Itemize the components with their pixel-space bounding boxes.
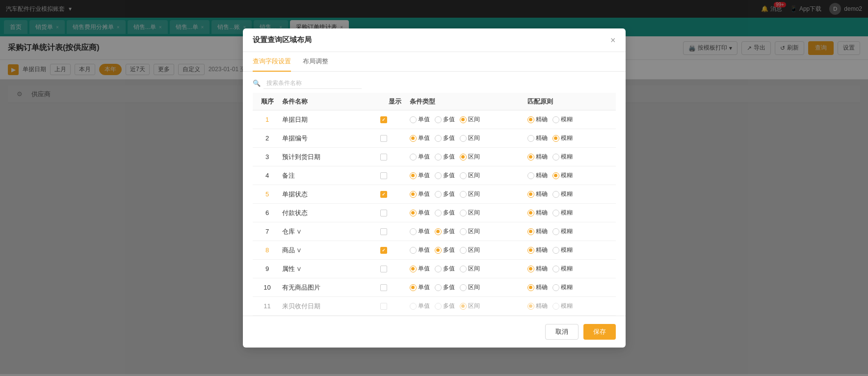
type-single[interactable]: 单值: [410, 283, 430, 292]
row-display-checkbox[interactable]: ✓: [380, 247, 410, 254]
match-exact[interactable]: 精确: [527, 190, 548, 198]
search-icon: 🔍: [253, 80, 261, 87]
match-fuzzy[interactable]: 模糊: [552, 283, 573, 292]
table-row: 10 有无商品图片 单值 多值 区间 精确 模糊: [253, 278, 616, 297]
col-order-header: 顺序: [253, 97, 282, 106]
match-fuzzy[interactable]: 模糊: [552, 190, 573, 198]
type-single[interactable]: 单值: [410, 134, 430, 142]
match-fuzzy[interactable]: 模糊: [552, 227, 573, 236]
type-single[interactable]: 单值: [410, 265, 430, 273]
match-exact[interactable]: 精确: [527, 171, 548, 180]
row-display-checkbox[interactable]: [380, 228, 410, 235]
match-exact[interactable]: 精确: [527, 153, 548, 161]
row-display-checkbox[interactable]: ✓: [380, 116, 410, 123]
row-match-group: 精确 模糊: [527, 171, 626, 180]
match-fuzzy[interactable]: 模糊: [552, 265, 573, 273]
match-fuzzy[interactable]: 模糊: [552, 302, 573, 310]
row-type-group: 单值 多值 区间: [410, 283, 527, 292]
type-range[interactable]: 区间: [460, 227, 480, 236]
table-row: 6 付款状态 单值 多值 区间 精确 模糊: [253, 204, 616, 222]
type-range[interactable]: 区间: [460, 115, 480, 124]
type-multi[interactable]: 多值: [435, 209, 455, 217]
type-range[interactable]: 区间: [460, 171, 480, 180]
row-order: 7: [253, 228, 282, 235]
type-single[interactable]: 单值: [410, 227, 430, 236]
type-multi[interactable]: 多值: [435, 153, 455, 161]
row-order: 9: [253, 265, 282, 272]
search-input[interactable]: [263, 78, 362, 89]
table-row: 4 备注 单值 多值 区间 精确 模糊: [253, 166, 616, 185]
modal-title: 设置查询区域布局: [253, 35, 312, 45]
table-row: 7 仓库 ∨ 单值 多值 区间 精确 模糊: [253, 222, 616, 241]
row-display-checkbox[interactable]: [380, 154, 410, 161]
type-single[interactable]: 单值: [410, 246, 430, 254]
table-row: 5 单据状态 ✓ 单值 多值 区间 精确 模糊: [253, 185, 616, 204]
type-single[interactable]: 单值: [410, 153, 430, 161]
match-fuzzy[interactable]: 模糊: [552, 115, 573, 124]
type-range[interactable]: 区间: [460, 190, 480, 198]
table-row: 1 单据日期 ✓ 单值 多值 区间 精确 模糊: [253, 110, 616, 129]
row-match-group: 精确 模糊: [527, 246, 626, 254]
row-display-checkbox[interactable]: [380, 266, 410, 272]
type-multi[interactable]: 多值: [435, 134, 455, 142]
row-display-checkbox[interactable]: ✓: [380, 191, 410, 198]
row-order: 1: [253, 116, 282, 123]
type-multi[interactable]: 多值: [435, 115, 455, 124]
match-exact[interactable]: 精确: [527, 227, 548, 236]
type-multi[interactable]: 多值: [435, 171, 455, 180]
save-button[interactable]: 保存: [583, 324, 616, 340]
modal-header: 设置查询区域布局 ×: [243, 28, 626, 52]
type-range[interactable]: 区间: [460, 283, 480, 292]
match-fuzzy[interactable]: 模糊: [552, 209, 573, 217]
type-single[interactable]: 单值: [410, 171, 430, 180]
row-order: 8: [253, 246, 282, 254]
match-exact[interactable]: 精确: [527, 134, 548, 142]
match-fuzzy[interactable]: 模糊: [552, 153, 573, 161]
type-multi[interactable]: 多值: [435, 227, 455, 236]
type-single[interactable]: 单值: [410, 190, 430, 198]
row-display-checkbox[interactable]: [380, 135, 410, 142]
match-fuzzy[interactable]: 模糊: [552, 134, 573, 142]
row-type-group: 单值 多值 区间: [410, 227, 527, 236]
row-name: 付款状态: [282, 209, 380, 217]
row-name: 商品 ∨: [282, 246, 380, 255]
row-display-checkbox[interactable]: [380, 172, 410, 179]
type-range[interactable]: 区间: [460, 302, 480, 310]
type-range[interactable]: 区间: [460, 265, 480, 273]
modal-close-button[interactable]: ×: [610, 36, 616, 45]
type-multi[interactable]: 多值: [435, 190, 455, 198]
type-multi[interactable]: 多值: [435, 283, 455, 292]
row-name: 单据编号: [282, 134, 380, 143]
row-name: 单据日期: [282, 115, 380, 124]
type-range[interactable]: 区间: [460, 209, 480, 217]
row-display-checkbox[interactable]: [380, 210, 410, 216]
row-match-group: 精确 模糊: [527, 153, 626, 161]
row-display-checkbox[interactable]: [380, 303, 410, 310]
type-multi[interactable]: 多值: [435, 246, 455, 254]
modal-tab-layout[interactable]: 布局调整: [303, 52, 328, 72]
type-multi[interactable]: 多值: [435, 302, 455, 310]
match-fuzzy[interactable]: 模糊: [552, 246, 573, 254]
match-exact[interactable]: 精确: [527, 115, 548, 124]
type-single[interactable]: 单值: [410, 302, 430, 310]
row-order: 4: [253, 172, 282, 179]
match-exact[interactable]: 精确: [527, 209, 548, 217]
type-range[interactable]: 区间: [460, 134, 480, 142]
match-exact[interactable]: 精确: [527, 302, 548, 310]
type-single[interactable]: 单值: [410, 209, 430, 217]
type-range[interactable]: 区间: [460, 153, 480, 161]
modal-tab-query-fields[interactable]: 查询字段设置: [253, 52, 291, 72]
cancel-button[interactable]: 取消: [545, 324, 579, 340]
row-type-group: 单值 多值 区间: [410, 134, 527, 142]
type-range[interactable]: 区间: [460, 246, 480, 254]
type-single[interactable]: 单值: [410, 115, 430, 124]
row-name: 仓库 ∨: [282, 227, 380, 236]
row-display-checkbox[interactable]: [380, 284, 410, 291]
modal-tabs: 查询字段设置 布局调整: [243, 52, 626, 72]
match-exact[interactable]: 精确: [527, 246, 548, 254]
type-multi[interactable]: 多值: [435, 265, 455, 273]
modal-table: 顺序 条件名称 显示 条件类型 匹配原则 1 单据日期 ✓ 单值 多值 区间: [243, 93, 626, 316]
match-exact[interactable]: 精确: [527, 283, 548, 292]
match-exact[interactable]: 精确: [527, 265, 548, 273]
match-fuzzy[interactable]: 模糊: [552, 171, 573, 180]
